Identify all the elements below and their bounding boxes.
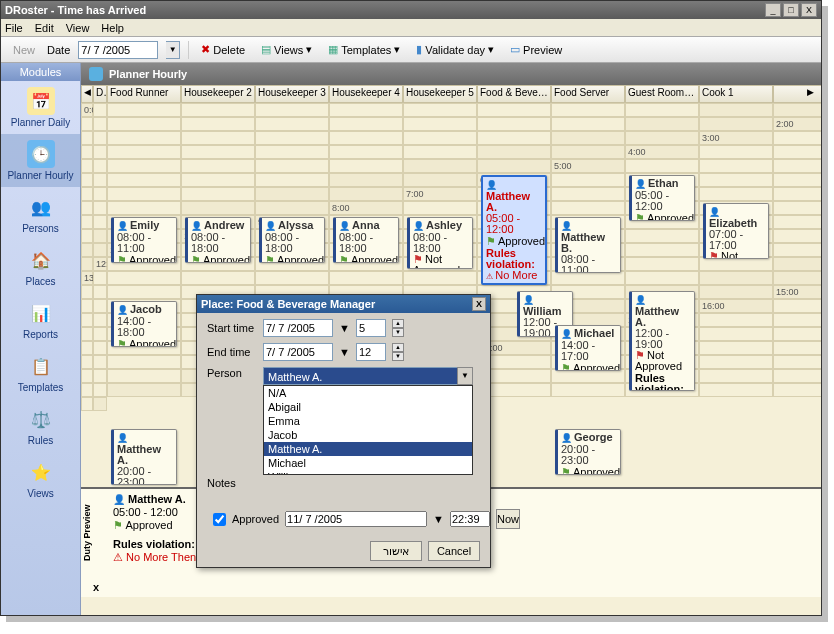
start-hour-input[interactable]: [356, 319, 386, 337]
start-date-dd[interactable]: ▼: [339, 322, 350, 334]
grid-cell[interactable]: [93, 383, 107, 397]
end-hour-spinner[interactable]: ▲▼: [392, 343, 404, 361]
grid-cell[interactable]: [329, 145, 403, 159]
column-header[interactable]: Housekeeper 4: [329, 85, 403, 103]
grid-cell[interactable]: [93, 201, 107, 215]
date-dropdown[interactable]: ▼: [166, 41, 180, 59]
module-persons[interactable]: 👥Persons: [1, 187, 80, 240]
grid-cell[interactable]: [477, 117, 551, 131]
grid-cell[interactable]: [403, 145, 477, 159]
grid-cell[interactable]: [81, 159, 93, 173]
grid-cell[interactable]: [93, 131, 107, 145]
grid-cell[interactable]: [81, 145, 93, 159]
grid-cell[interactable]: [93, 299, 107, 313]
grid-cell[interactable]: [699, 327, 773, 341]
grid-cell[interactable]: [699, 159, 773, 173]
column-header[interactable]: Guest Room Atte...: [625, 85, 699, 103]
grid-cell[interactable]: [81, 229, 93, 243]
grid-cell[interactable]: [93, 145, 107, 159]
grid-cell[interactable]: [93, 313, 107, 327]
event-alyssa[interactable]: Alyssa 08:00 - 18:00 Approved: [259, 217, 325, 263]
grid-cell[interactable]: [93, 117, 107, 131]
grid-cell[interactable]: [107, 271, 181, 285]
grid-cell[interactable]: [773, 159, 821, 173]
grid-cell[interactable]: [107, 173, 181, 187]
grid-cell[interactable]: [81, 327, 93, 341]
approved-date-input[interactable]: [285, 511, 427, 527]
grid-cell[interactable]: [181, 271, 255, 285]
event-matthew-a-2[interactable]: Matthew A. 12:00 - 19:00 Not Approved Ru…: [629, 291, 695, 391]
column-header[interactable]: Cook 1: [699, 85, 773, 103]
titlebar[interactable]: DRoster - Time has Arrived _ □ X: [1, 1, 821, 19]
event-michael[interactable]: Michael 14:00 - 17:00 Approved: [555, 325, 621, 371]
person-dropdown-arrow[interactable]: ▼: [457, 367, 473, 385]
grid-cell[interactable]: [773, 215, 821, 229]
grid-cell[interactable]: [329, 131, 403, 145]
templates-button[interactable]: ▦Templates ▾: [324, 41, 404, 58]
grid-cell[interactable]: [255, 145, 329, 159]
grid-cell[interactable]: [403, 201, 477, 215]
column-header[interactable]: D..: [93, 85, 107, 103]
grid-cell[interactable]: [403, 103, 477, 117]
grid-cell[interactable]: [107, 159, 181, 173]
column-header[interactable]: Housekeeper 3: [255, 85, 329, 103]
grid-cell[interactable]: [81, 285, 93, 299]
grid-cell[interactable]: [107, 285, 181, 299]
preview-button[interactable]: ▭Preview: [506, 41, 566, 58]
grid-cell[interactable]: [699, 341, 773, 355]
grid-cell[interactable]: [551, 383, 625, 397]
validate-button[interactable]: ▮Validate day ▾: [412, 41, 498, 58]
grid-cell[interactable]: [699, 187, 773, 201]
person-option[interactable]: William: [264, 470, 472, 475]
grid-cell[interactable]: [81, 341, 93, 355]
event-ethan[interactable]: Ethan 05:00 - 12:00 Approved: [629, 175, 695, 221]
grid-cell[interactable]: [551, 103, 625, 117]
module-views[interactable]: ⭐Views: [1, 452, 80, 505]
grid-cell[interactable]: [81, 299, 93, 313]
grid-cell[interactable]: [551, 117, 625, 131]
module-rules[interactable]: ⚖️Rules: [1, 399, 80, 452]
approved-date-dd[interactable]: ▼: [433, 513, 444, 525]
module-planner-hourly[interactable]: 🕒Planner Hourly: [1, 134, 80, 187]
grid-cell[interactable]: [551, 201, 625, 215]
grid-cell[interactable]: [699, 173, 773, 187]
grid-cell[interactable]: [81, 187, 93, 201]
grid-cell[interactable]: [773, 131, 821, 145]
grid-cell[interactable]: [625, 257, 699, 271]
grid-cell[interactable]: [699, 313, 773, 327]
person-option[interactable]: Michael: [264, 456, 472, 470]
approved-checkbox[interactable]: [213, 513, 226, 526]
person-list[interactable]: N/AAbigailEmmaJacobMatthew A.MichaelWill…: [263, 385, 473, 475]
grid-cell[interactable]: [81, 355, 93, 369]
event-george[interactable]: George 20:00 - 23:00 Approved: [555, 429, 621, 475]
grid-cell[interactable]: [93, 369, 107, 383]
grid-cell[interactable]: [81, 131, 93, 145]
grid-cell[interactable]: [699, 383, 773, 397]
menu-help[interactable]: Help: [101, 22, 124, 34]
grid-cell[interactable]: [255, 131, 329, 145]
end-hour-input[interactable]: [356, 343, 386, 361]
person-option[interactable]: Jacob: [264, 428, 472, 442]
grid-cell[interactable]: [773, 299, 821, 313]
grid-cell[interactable]: [181, 173, 255, 187]
menu-view[interactable]: View: [66, 22, 90, 34]
grid-cell[interactable]: [107, 187, 181, 201]
event-anna[interactable]: Anna 08:00 - 18:00 Approved: [333, 217, 399, 263]
date-input[interactable]: [78, 41, 158, 59]
grid-cell[interactable]: [181, 187, 255, 201]
grid-cell[interactable]: [329, 159, 403, 173]
grid-cell[interactable]: [773, 313, 821, 327]
grid-cell[interactable]: [773, 229, 821, 243]
scroll-right-arrow[interactable]: ▶: [773, 85, 821, 103]
grid-cell[interactable]: [625, 103, 699, 117]
start-hour-spinner[interactable]: ▲▼: [392, 319, 404, 337]
event-ashley[interactable]: Ashley 08:00 - 18:00 Not Approved: [407, 217, 473, 269]
menu-edit[interactable]: Edit: [35, 22, 54, 34]
grid-cell[interactable]: [81, 117, 93, 131]
grid-cell[interactable]: [773, 327, 821, 341]
start-date-input[interactable]: [263, 319, 333, 337]
grid-cell[interactable]: [107, 201, 181, 215]
grid-cell[interactable]: [699, 257, 773, 271]
module-reports[interactable]: 📊Reports: [1, 293, 80, 346]
grid-cell[interactable]: [81, 173, 93, 187]
